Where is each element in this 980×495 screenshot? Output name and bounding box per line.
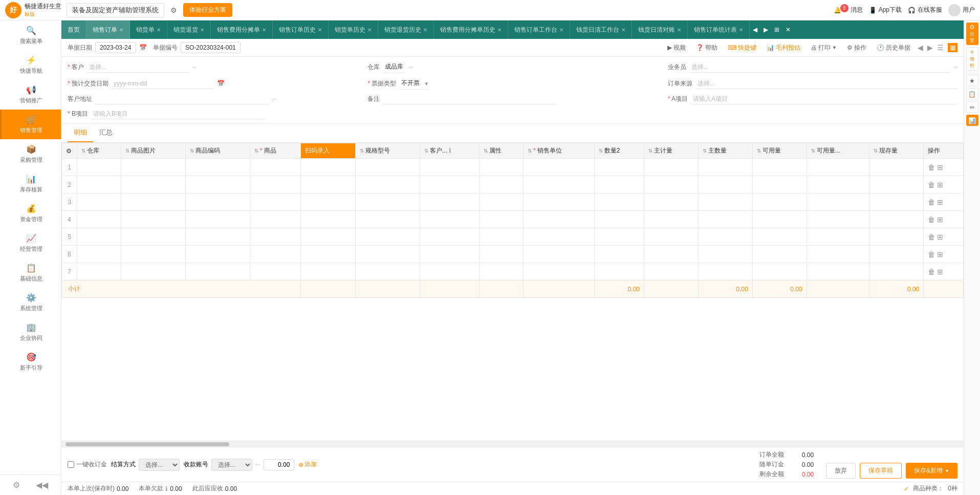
row-main-qty[interactable] bbox=[698, 246, 752, 263]
settings-icon[interactable]: ⚙ bbox=[168, 4, 179, 16]
scroll-thumb[interactable] bbox=[66, 442, 229, 446]
row-scan-input[interactable] bbox=[300, 211, 356, 228]
row-customer-code[interactable] bbox=[420, 176, 479, 193]
delete-icon[interactable]: 🗑 bbox=[928, 198, 935, 206]
row-sales-unit[interactable] bbox=[524, 176, 595, 193]
date-value[interactable]: 2023-03-24 bbox=[95, 42, 136, 53]
row-scan-input[interactable] bbox=[300, 263, 356, 281]
discard-button[interactable]: 放弃 bbox=[826, 463, 856, 479]
one-click-label[interactable]: 一键收订金 bbox=[68, 460, 107, 469]
sidebar-item-finance[interactable]: 💰 资金管理 bbox=[0, 199, 61, 228]
help-btn[interactable]: ❓ 帮助 bbox=[693, 42, 721, 53]
tab-close-icon[interactable]: ✕ bbox=[739, 27, 743, 33]
row-available[interactable] bbox=[752, 211, 807, 228]
row-product-code[interactable] bbox=[185, 246, 250, 263]
calendar-icon[interactable]: 📅 bbox=[139, 44, 147, 51]
row-product-code[interactable] bbox=[185, 211, 250, 228]
row-customer-code[interactable] bbox=[420, 211, 479, 228]
tab-prev-arrow[interactable]: ◀ bbox=[750, 26, 760, 33]
row-product[interactable] bbox=[250, 246, 300, 263]
tab-sales-fee-split[interactable]: 销售费用分摊单 ✕ bbox=[211, 20, 273, 39]
row-scan-input[interactable] bbox=[300, 193, 356, 211]
row-product-code[interactable] bbox=[185, 159, 250, 176]
tab-close-icon[interactable]: ✕ bbox=[367, 27, 372, 33]
row-qty2[interactable] bbox=[594, 159, 644, 176]
row-product-code[interactable] bbox=[185, 176, 250, 193]
row-spec-model[interactable] bbox=[356, 211, 420, 228]
row-product-image[interactable] bbox=[121, 263, 186, 281]
payment-method-select[interactable]: 选择... bbox=[139, 459, 180, 471]
row-warehouse[interactable] bbox=[77, 176, 121, 193]
add-payment-btn[interactable]: ⊕ 添加 bbox=[298, 460, 317, 469]
customer-input[interactable] bbox=[87, 62, 189, 73]
notification-area[interactable]: 🔔 9 消息 bbox=[834, 6, 863, 14]
customer-address-input[interactable] bbox=[95, 94, 269, 104]
collapse-icon[interactable]: ◀◀ bbox=[36, 480, 48, 490]
col-scan-input[interactable]: 扫码录入 bbox=[300, 143, 356, 159]
row-attributes[interactable] bbox=[479, 263, 523, 281]
table-wrapper[interactable]: ⚙ ⇅ 仓库 ⇅ 商品图片 bbox=[61, 143, 964, 441]
tab-detail[interactable]: 明细 bbox=[68, 124, 93, 142]
row-main-qty[interactable] bbox=[698, 211, 752, 228]
row-available[interactable] bbox=[752, 246, 807, 263]
tab-credit-daily-clear[interactable]: 钱货日清工作台 ✕ bbox=[570, 20, 632, 39]
row-available2[interactable] bbox=[807, 193, 869, 211]
row-product-code[interactable] bbox=[185, 193, 250, 211]
sidebar-item-operations[interactable]: 📈 经营管理 bbox=[0, 228, 61, 258]
row-qty2[interactable] bbox=[594, 211, 644, 228]
delete-icon[interactable]: 🗑 bbox=[928, 216, 935, 224]
order-source-input[interactable] bbox=[695, 78, 957, 89]
sidebar-item-search[interactable]: 🔍 搜索菜单 bbox=[0, 20, 61, 50]
profit-btn[interactable]: 📊 毛利预估 bbox=[764, 42, 803, 53]
row-customer-code[interactable] bbox=[420, 263, 479, 281]
tab-sales-goods-history[interactable]: 销货单历史 ✕ bbox=[329, 20, 378, 39]
row-qty2[interactable] bbox=[594, 193, 644, 211]
row-warehouse[interactable] bbox=[77, 211, 121, 228]
sidebar-item-basic[interactable]: 📋 基础信息 bbox=[0, 258, 61, 288]
copy-icon[interactable]: ⊞ bbox=[937, 198, 943, 206]
row-product[interactable] bbox=[250, 211, 300, 228]
col-settings[interactable]: ⚙ bbox=[62, 143, 77, 159]
col-sales-unit[interactable]: ⇅ * 销售单位 bbox=[524, 143, 595, 159]
tab-sales-return-history[interactable]: 销货退货历史 ✕ bbox=[378, 20, 434, 39]
row-product[interactable] bbox=[250, 159, 300, 176]
delete-icon[interactable]: 🗑 bbox=[928, 268, 935, 276]
row-scan-input[interactable] bbox=[300, 246, 356, 263]
row-product[interactable] bbox=[250, 193, 300, 211]
copy-icon[interactable]: ⊞ bbox=[937, 233, 943, 241]
icon-btn-1[interactable]: ★ bbox=[966, 75, 978, 86]
tab-sales-order[interactable]: 销售订单 ✕ bbox=[86, 20, 130, 39]
system-title[interactable]: 装备及固定资产辅助管理系统 bbox=[67, 3, 164, 17]
icon-btn-2[interactable]: 📋 bbox=[966, 88, 978, 99]
row-available2[interactable] bbox=[807, 263, 869, 281]
row-product-image[interactable] bbox=[121, 211, 186, 228]
col-attributes[interactable]: ⇅ 属性 bbox=[479, 143, 523, 159]
row-spec-model[interactable] bbox=[356, 193, 420, 211]
row-product[interactable] bbox=[250, 176, 300, 193]
row-available[interactable] bbox=[752, 193, 807, 211]
delete-icon[interactable]: 🗑 bbox=[928, 233, 935, 241]
icon-btn-4[interactable]: 📊 bbox=[966, 115, 978, 126]
row-qty2[interactable] bbox=[594, 228, 644, 246]
tab-home[interactable]: 首页 bbox=[61, 20, 86, 39]
nav-prev-icon[interactable]: ◀ bbox=[918, 44, 923, 52]
row-main-qty[interactable] bbox=[698, 193, 752, 211]
settings-panel-btn[interactable]: ⚙ 设置 bbox=[966, 23, 978, 45]
row-available2[interactable] bbox=[807, 159, 869, 176]
col-qty2[interactable]: ⇅ 数量2 bbox=[594, 143, 644, 159]
row-sales-unit[interactable] bbox=[524, 193, 595, 211]
row-product[interactable] bbox=[250, 228, 300, 246]
row-current-stock[interactable] bbox=[869, 211, 924, 228]
row-qty2[interactable] bbox=[594, 246, 644, 263]
row-qty2[interactable] bbox=[594, 263, 644, 281]
row-current-stock[interactable] bbox=[869, 159, 924, 176]
row-available2[interactable] bbox=[807, 176, 869, 193]
row-attributes[interactable] bbox=[479, 176, 523, 193]
sidebar-item-sales[interactable]: 🛒 销售管理 bbox=[0, 110, 61, 139]
row-available2[interactable] bbox=[807, 246, 869, 263]
copy-icon[interactable]: ⊞ bbox=[937, 181, 943, 189]
row-customer-code[interactable] bbox=[420, 246, 479, 263]
b-project-input[interactable] bbox=[91, 109, 265, 119]
col-customer-code[interactable]: ⇅ 客户... ℹ bbox=[420, 143, 479, 159]
col-product-image[interactable]: ⇅ 商品图片 bbox=[121, 143, 186, 159]
